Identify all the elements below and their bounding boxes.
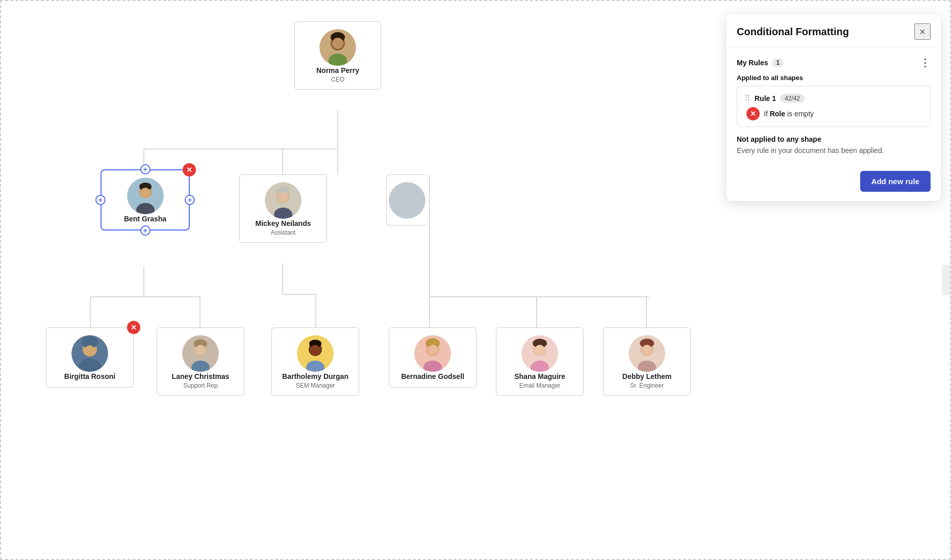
org-node-birgitta[interactable]: ✕ Birgitta Rosoni: [46, 327, 134, 388]
avatar-shana: [521, 335, 558, 372]
avatar-bent: [127, 177, 164, 214]
node-name-laney: Laney Christmas: [172, 372, 230, 381]
panel-footer: Add new rule: [727, 164, 941, 201]
avatar-norma: [319, 29, 356, 66]
org-node-partial-r2[interactable]: [386, 174, 427, 225]
avatar-partial: [389, 182, 426, 219]
node-role-debby: Sr. Engineer: [630, 382, 664, 389]
panel-header: Conditional Formatting ×: [727, 14, 941, 47]
org-node-norma[interactable]: Norma Perry CEO: [294, 21, 381, 90]
not-applied-text: Every rule in your document has been app…: [737, 146, 931, 155]
panel-close-button[interactable]: ×: [914, 23, 931, 40]
rule1-condition-row: ✕ If Role is empty: [744, 107, 923, 120]
panel-title: Conditional Formatting: [737, 26, 849, 38]
rule1-card: ⠿ Rule 1 42/42 ✕ If Role is empty: [737, 86, 931, 127]
svg-point-38: [85, 345, 95, 355]
org-node-laney[interactable]: Laney Christmas Support Rep: [157, 327, 244, 396]
avatar-debby: [629, 335, 665, 372]
svg-point-31: [278, 192, 288, 202]
avatar-bartholemy: [297, 335, 334, 372]
node-role-bartholemy: SEM Manager: [296, 382, 335, 389]
svg-point-59: [535, 345, 545, 355]
side-panel-indicator: [942, 265, 950, 295]
node-role-laney: Support Rep: [183, 382, 217, 389]
rule1-drag-handle[interactable]: ⠿: [744, 93, 750, 103]
rule1-count-badge: 42/42: [780, 94, 805, 103]
rule-count-badge: 1: [772, 59, 784, 67]
node-role-mickey: Assistant: [271, 229, 296, 236]
conditional-formatting-panel: Conditional Formatting × My Rules 1 ⋮ Ap…: [727, 14, 941, 201]
node-name-norma: Norma Perry: [316, 66, 359, 75]
handle-left[interactable]: +: [95, 195, 106, 205]
org-node-debby[interactable]: Debby Lethem Sr. Engineer: [603, 327, 691, 396]
svg-point-54: [428, 345, 438, 355]
org-node-bent[interactable]: + + + + ✕ Bent Grasha: [101, 169, 190, 231]
my-rules-label: My Rules: [737, 59, 768, 67]
avatar-mickey: [265, 182, 302, 219]
node-name-debby: Debby Lethem: [622, 372, 671, 381]
more-options-button[interactable]: ⋮: [920, 57, 931, 69]
node-name-bartholemy: Bartholemy Durgan: [282, 372, 348, 381]
not-applied-section: Not applied to any shape Every rule in y…: [737, 135, 931, 155]
svg-point-49: [312, 351, 318, 354]
avatar-laney: [182, 335, 219, 372]
svg-point-64: [642, 345, 652, 355]
org-node-mickey[interactable]: Mickey Neilands Assistant: [239, 174, 327, 243]
delete-badge-bent[interactable]: ✕: [183, 163, 196, 176]
svg-point-26: [140, 188, 151, 198]
my-rules-section-header: My Rules 1 ⋮: [737, 57, 931, 69]
add-new-rule-button[interactable]: Add new rule: [860, 171, 931, 192]
avatar-bernadine: [414, 335, 451, 372]
node-name-birgitta: Birgitta Rosoni: [64, 372, 115, 381]
node-name-shana: Shana Maguire: [514, 372, 565, 381]
node-role-shana: Email Manager: [519, 382, 561, 389]
panel-body: My Rules 1 ⋮ Applied to all shapes ⠿ Rul…: [727, 47, 941, 164]
node-name-bernadine: Bernadine Godsell: [401, 372, 464, 381]
svg-point-32: [389, 182, 426, 219]
avatar-birgitta: [71, 335, 108, 372]
org-node-bernadine[interactable]: Bernadine Godsell: [389, 327, 477, 388]
handle-top[interactable]: +: [140, 164, 151, 174]
not-applied-title: Not applied to any shape: [737, 135, 931, 143]
rule1-name: Rule 1: [755, 94, 776, 103]
node-name-bent: Bent Grasha: [124, 214, 166, 223]
node-role-norma: CEO: [331, 76, 344, 83]
handle-right[interactable]: +: [185, 195, 195, 205]
node-name-mickey: Mickey Neilands: [256, 219, 311, 228]
rule1-condition-icon: ✕: [746, 107, 760, 120]
svg-point-43: [195, 345, 206, 355]
svg-point-21: [332, 38, 343, 49]
rule1-condition-text: If Role is empty: [764, 110, 814, 118]
org-node-bartholemy[interactable]: Bartholemy Durgan SEM Manager: [271, 327, 359, 396]
rule1-header-row: ⠿ Rule 1 42/42: [744, 93, 923, 103]
applied-title-text: Applied to all shapes: [737, 74, 803, 82]
delete-badge-birgitta[interactable]: ✕: [127, 321, 140, 334]
applied-section-title: Applied to all shapes: [737, 74, 931, 82]
handle-bottom[interactable]: +: [140, 225, 151, 236]
org-node-shana[interactable]: Shana Maguire Email Manager: [496, 327, 584, 396]
